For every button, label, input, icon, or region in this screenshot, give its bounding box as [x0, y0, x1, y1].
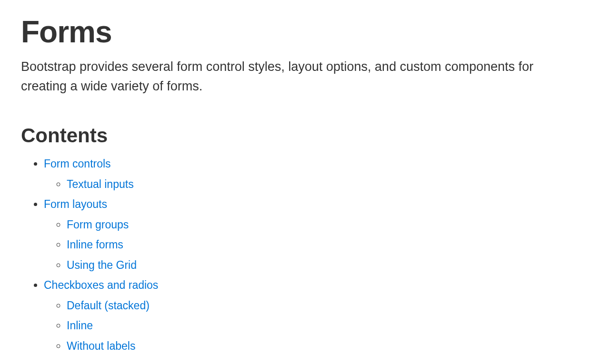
page-lead: Bootstrap provides several form control …: [21, 57, 569, 96]
toc-link-form-layouts[interactable]: Form layouts: [44, 198, 107, 210]
toc-list: Form controls Textual inputs Form layout…: [21, 154, 581, 356]
toc-sublist: Textual inputs: [44, 174, 581, 195]
toc-item: Inline: [67, 315, 581, 336]
toc-item: Using the Grid: [67, 255, 581, 275]
toc-link-form-controls[interactable]: Form controls: [44, 157, 111, 170]
page-title: Forms: [21, 14, 581, 49]
toc-item: Textual inputs: [67, 174, 581, 195]
toc-item: Form controls Textual inputs: [44, 154, 581, 194]
toc-sublist: Form groups Inline forms Using the Grid: [44, 215, 581, 275]
toc-link-default-stacked[interactable]: Default (stacked): [67, 299, 150, 312]
toc-item: Inline forms: [67, 235, 581, 255]
toc-link-without-labels[interactable]: Without labels: [67, 340, 135, 352]
toc-sublist: Default (stacked) Inline Without labels: [44, 295, 581, 356]
toc-link-using-the-grid[interactable]: Using the Grid: [67, 259, 137, 271]
toc-item: Form layouts Form groups Inline forms Us…: [44, 194, 581, 275]
toc-item: Default (stacked): [67, 295, 581, 316]
toc-link-inline-forms[interactable]: Inline forms: [67, 238, 123, 251]
toc-item: Without labels: [67, 336, 581, 356]
toc-link-inline[interactable]: Inline: [67, 319, 93, 332]
toc-item: Form groups: [67, 215, 581, 235]
toc-link-form-groups[interactable]: Form groups: [67, 218, 129, 231]
contents-heading: Contents: [21, 124, 581, 147]
toc-link-textual-inputs[interactable]: Textual inputs: [67, 178, 134, 190]
toc-link-checkboxes-and-radios[interactable]: Checkboxes and radios: [44, 279, 158, 291]
toc-item: Checkboxes and radios Default (stacked) …: [44, 275, 581, 356]
